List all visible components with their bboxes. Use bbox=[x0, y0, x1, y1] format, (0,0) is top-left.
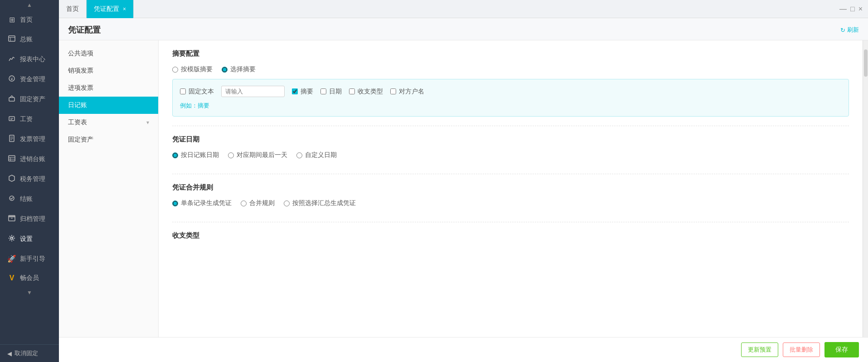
voucher-date-custom-radio[interactable] bbox=[296, 152, 302, 158]
inventory-icon bbox=[7, 155, 16, 164]
svg-rect-0 bbox=[9, 36, 15, 41]
left-nav: 公共选项 销项发票 进项发票 日记账 工资表 ▾ 固定资产 bbox=[59, 40, 159, 337]
tab-bar-right: — □ × bbox=[839, 5, 868, 13]
sidebar: ▲ ⊞ 首页 总账 报表中心 ¥ 资金管理 固定资产 工资 bbox=[0, 0, 59, 362]
chevron-down-icon: ▾ bbox=[146, 119, 149, 126]
left-nav-item-payroll[interactable]: 工资表 ▾ bbox=[59, 114, 158, 131]
tab-voucher-config[interactable]: 凭证配置 × bbox=[87, 0, 134, 18]
date-checkbox[interactable] bbox=[320, 88, 326, 94]
merge-rule-section: 凭证合并规则 单条记录生成凭证 合并规则 按照选择汇总生成凭证 bbox=[172, 183, 849, 222]
checkbox-date[interactable]: 日期 bbox=[320, 88, 342, 96]
sidebar-item-vip[interactable]: V 畅会员 bbox=[0, 269, 59, 288]
checkbox-fixed-text[interactable]: 固定文本 bbox=[180, 88, 214, 96]
voucher-date-custom[interactable]: 自定义日期 bbox=[296, 151, 337, 159]
summary-mode-group: 按模版摘要 选择摘要 bbox=[172, 65, 849, 73]
summary-config-box: 固定文本 摘要 日期 bbox=[172, 79, 849, 117]
checkbox-income-expense-type[interactable]: 收支类型 bbox=[349, 88, 383, 96]
summary-config-title: 摘要配置 bbox=[172, 49, 849, 58]
merge-rule-title: 凭证合并规则 bbox=[172, 183, 849, 192]
reports-icon bbox=[7, 55, 16, 64]
sidebar-scroll-up[interactable]: ▲ bbox=[0, 0, 59, 10]
summary-mode-template[interactable]: 按模版摘要 bbox=[172, 65, 213, 73]
svg-text:¥: ¥ bbox=[10, 77, 13, 81]
sidebar-item-guide[interactable]: 🚀 新手引导 bbox=[0, 249, 59, 269]
sidebar-item-salary[interactable]: 工资 bbox=[0, 109, 59, 129]
summary-mode-select[interactable]: 选择摘要 bbox=[222, 65, 256, 73]
svg-point-21 bbox=[11, 237, 13, 240]
voucher-date-title: 凭证日期 bbox=[172, 135, 849, 144]
left-nav-item-purchase-invoice[interactable]: 进项发票 bbox=[59, 79, 158, 97]
settings-icon bbox=[7, 235, 16, 244]
sidebar-item-settings[interactable]: 设置 bbox=[0, 229, 59, 249]
tax-icon bbox=[7, 175, 16, 184]
vip-icon: V bbox=[7, 274, 16, 282]
update-preview-button[interactable]: 更新预置 bbox=[741, 342, 778, 357]
voucher-date-period-last[interactable]: 对应期间最后一天 bbox=[228, 151, 287, 159]
assets-icon bbox=[7, 95, 16, 104]
voucher-date-journal-radio[interactable] bbox=[172, 152, 178, 158]
page-header: 凭证配置 ↻ 刷新 bbox=[59, 18, 868, 40]
sidebar-item-home[interactable]: ⊞ 首页 bbox=[0, 10, 59, 29]
checkbox-counterpart-name[interactable]: 对方户名 bbox=[390, 88, 424, 96]
checkbox-summary[interactable]: 摘要 bbox=[292, 88, 313, 96]
merge-rule-summary[interactable]: 按照选择汇总生成凭证 bbox=[284, 199, 356, 207]
merge-rule-single-radio[interactable] bbox=[172, 201, 178, 206]
sidebar-item-invoice[interactable]: 发票管理 bbox=[0, 129, 59, 149]
merge-rule-single[interactable]: 单条记录生成凭证 bbox=[172, 199, 232, 207]
fixed-text-checkbox[interactable] bbox=[180, 88, 186, 94]
sidebar-item-reports[interactable]: 报表中心 bbox=[0, 49, 59, 69]
batch-delete-button[interactable]: 批量删除 bbox=[783, 342, 820, 357]
sidebar-scroll-down[interactable]: ▼ bbox=[0, 288, 59, 298]
merge-rule-merge-radio[interactable] bbox=[241, 201, 247, 206]
content-layout: 公共选项 销项发票 进项发票 日记账 工资表 ▾ 固定资产 bbox=[59, 40, 868, 337]
voucher-date-group: 按日记账日期 对应期间最后一天 自定义日期 bbox=[172, 151, 849, 159]
ledger-icon bbox=[7, 35, 16, 44]
left-nav-item-journal[interactable]: 日记账 bbox=[59, 97, 158, 114]
merge-rule-merge[interactable]: 合并规则 bbox=[241, 199, 275, 207]
tab-home[interactable]: 首页 bbox=[59, 0, 87, 18]
summary-checkbox[interactable] bbox=[292, 88, 298, 94]
refresh-button[interactable]: ↻ 刷新 bbox=[840, 26, 859, 34]
summary-config-section: 摘要配置 按模版摘要 选择摘要 bbox=[172, 49, 849, 126]
counterpart-name-checkbox[interactable] bbox=[390, 88, 396, 94]
sidebar-unpin-button[interactable]: ◀ 取消固定 bbox=[0, 344, 59, 362]
tab-bar: 首页 凭证配置 × — □ × bbox=[59, 0, 868, 18]
sidebar-item-funds[interactable]: ¥ 资金管理 bbox=[0, 69, 59, 89]
sidebar-item-ledger[interactable]: 总账 bbox=[0, 29, 59, 49]
funds-icon: ¥ bbox=[7, 75, 16, 84]
svg-rect-13 bbox=[9, 156, 15, 161]
income-expense-checkbox[interactable] bbox=[349, 88, 355, 94]
left-nav-item-sales-invoice[interactable]: 销项发票 bbox=[59, 62, 158, 79]
voucher-date-section: 凭证日期 按日记账日期 对应期间最后一天 自定义日期 bbox=[172, 135, 849, 174]
pin-icon: ◀ bbox=[7, 350, 12, 357]
tab-close-icon[interactable]: × bbox=[123, 6, 126, 12]
refresh-icon: ↻ bbox=[840, 27, 845, 34]
right-content: 摘要配置 按模版摘要 选择摘要 bbox=[159, 40, 863, 337]
sidebar-item-assets[interactable]: 固定资产 bbox=[0, 89, 59, 109]
archive-icon bbox=[7, 215, 16, 224]
fixed-text-input[interactable] bbox=[221, 86, 285, 97]
sidebar-item-tax[interactable]: 税务管理 bbox=[0, 169, 59, 189]
scroll-thumb bbox=[864, 49, 868, 77]
main-area: 首页 凭证配置 × — □ × 凭证配置 ↻ 刷新 公共选项 bbox=[59, 0, 868, 362]
save-button[interactable]: 保存 bbox=[824, 342, 859, 357]
sidebar-item-inventory[interactable]: 进销台账 bbox=[0, 149, 59, 169]
home-icon: ⊞ bbox=[7, 15, 16, 24]
voucher-date-period-last-radio[interactable] bbox=[228, 152, 234, 158]
left-nav-item-fixed-assets[interactable]: 固定资产 bbox=[59, 131, 158, 148]
svg-rect-5 bbox=[9, 98, 15, 101]
window-close-button[interactable]: × bbox=[858, 5, 863, 13]
scroll-track[interactable] bbox=[863, 40, 868, 337]
sidebar-item-archive[interactable]: 归档管理 bbox=[0, 209, 59, 229]
window-maximize-button[interactable]: □ bbox=[850, 5, 855, 13]
invoice-icon bbox=[7, 135, 16, 144]
page-content: 凭证配置 ↻ 刷新 公共选项 销项发票 进项发票 日记账 bbox=[59, 18, 868, 362]
voucher-date-journal[interactable]: 按日记账日期 bbox=[172, 151, 219, 159]
income-expense-title: 收支类型 bbox=[172, 231, 849, 240]
sidebar-item-close-account[interactable]: 结账 bbox=[0, 189, 59, 209]
summary-mode-select-radio[interactable] bbox=[222, 67, 228, 73]
summary-mode-template-radio[interactable] bbox=[172, 67, 178, 73]
merge-rule-summary-radio[interactable] bbox=[284, 201, 290, 206]
left-nav-item-public[interactable]: 公共选项 bbox=[59, 45, 158, 62]
window-minimize-button[interactable]: — bbox=[839, 5, 847, 13]
